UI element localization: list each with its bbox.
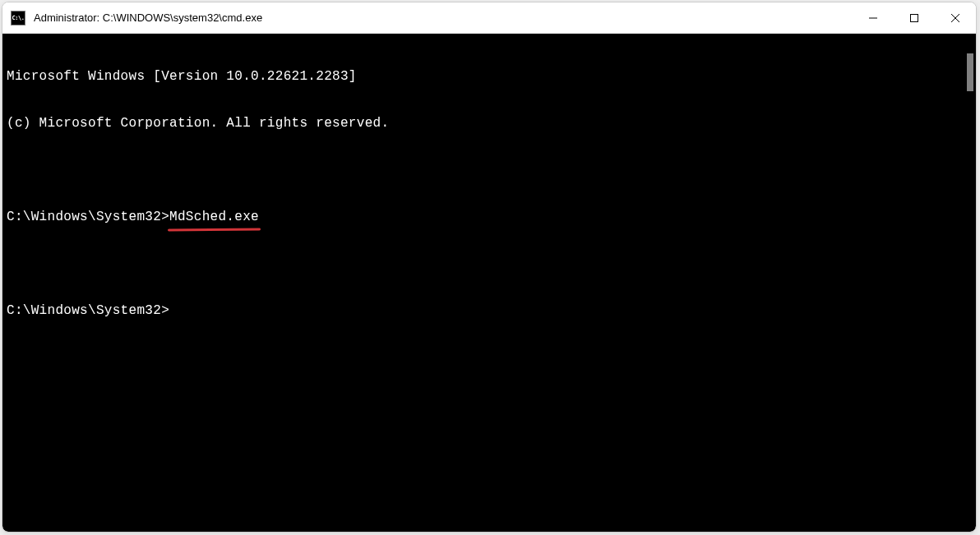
terminal-content: Microsoft Windows [Version 10.0.22621.22… bbox=[2, 34, 976, 350]
cmd-window: C:\. Administrator: C:\WINDOWS\system32\… bbox=[2, 2, 977, 533]
minimize-button[interactable] bbox=[853, 2, 894, 33]
prompt-2: C:\Windows\System32> bbox=[7, 303, 169, 318]
terminal-area[interactable]: Microsoft Windows [Version 10.0.22621.22… bbox=[2, 34, 976, 532]
banner-line-1: Microsoft Windows [Version 10.0.22621.22… bbox=[7, 69, 976, 85]
blank-line bbox=[7, 163, 976, 178]
app-icon-label: C:\. bbox=[12, 15, 25, 21]
scrollbar-thumb[interactable] bbox=[967, 53, 973, 91]
command-text: MdSched.exe bbox=[169, 210, 259, 225]
svg-rect-1 bbox=[911, 14, 918, 21]
command-line-2: C:\Windows\System32> bbox=[7, 303, 976, 319]
close-icon bbox=[950, 13, 960, 23]
close-button[interactable] bbox=[935, 2, 976, 33]
blank-line-2 bbox=[7, 256, 976, 272]
maximize-button[interactable] bbox=[894, 2, 935, 33]
minimize-icon bbox=[868, 13, 878, 23]
command-line-1: C:\Windows\System32>MdSched.exe bbox=[7, 210, 976, 225]
window-title: Administrator: C:\WINDOWS\system32\cmd.e… bbox=[34, 12, 853, 24]
prompt-1: C:\Windows\System32> bbox=[7, 210, 169, 224]
titlebar[interactable]: C:\. Administrator: C:\WINDOWS\system32\… bbox=[2, 2, 976, 34]
maximize-icon bbox=[909, 13, 919, 23]
banner-line-2: (c) Microsoft Corporation. All rights re… bbox=[7, 116, 976, 131]
app-icon: C:\. bbox=[11, 11, 25, 25]
window-controls bbox=[853, 2, 976, 33]
